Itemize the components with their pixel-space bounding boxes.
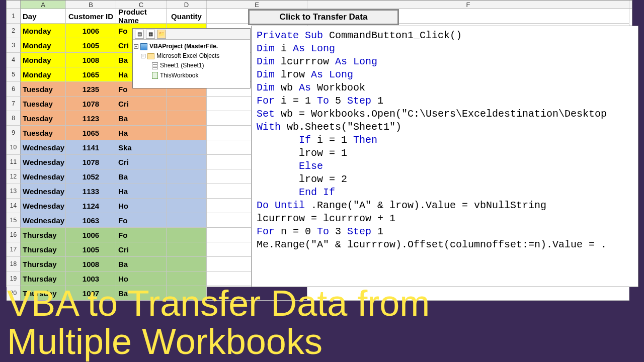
row-number[interactable]: 13 (7, 184, 21, 199)
cell-C8[interactable]: Ba (116, 111, 167, 126)
vba-code-pane[interactable]: Private Sub CommandButton1_Click()Dim i … (251, 26, 638, 287)
cell-B2[interactable]: 1006 (66, 24, 116, 38)
row-number[interactable]: 10 (7, 140, 21, 155)
vbe-project-explorer[interactable]: ▤ ▦ 📁 − VBAProject (MasterFile. − Micros… (132, 28, 251, 88)
view-object-icon[interactable]: ▦ (146, 30, 155, 39)
title-line-2: Multiple Workbooks (7, 321, 323, 361)
cell-A14[interactable]: Wednesday (21, 199, 66, 213)
tree-sheet-node[interactable]: Sheet1 (Sheet1) (134, 61, 249, 70)
cell-A7[interactable]: Tuesday (21, 97, 66, 111)
row-number[interactable]: 8 (7, 111, 21, 126)
cell-D1[interactable]: Quantity (167, 9, 207, 24)
cell-A8[interactable]: Tuesday (21, 111, 66, 126)
cell-A9[interactable]: Tuesday (21, 126, 66, 140)
cell-A10[interactable]: Wednesday (21, 140, 66, 155)
view-code-icon[interactable]: ▤ (135, 30, 144, 39)
vbe-toolbar: ▤ ▦ 📁 (133, 29, 250, 40)
cell-C1[interactable]: Product Name (116, 9, 167, 24)
cell-D15[interactable] (167, 213, 207, 228)
cell-B11[interactable]: 1078 (66, 155, 116, 169)
cell-D8[interactable] (167, 111, 207, 126)
col-header-D[interactable]: D (167, 1, 207, 9)
cell-A15[interactable]: Wednesday (21, 213, 66, 228)
cell-A16[interactable]: Thursday (21, 228, 66, 242)
cell-A18[interactable]: Thursday (21, 257, 66, 272)
cell-B1[interactable]: Customer ID (66, 9, 116, 24)
row-number[interactable]: 2 (7, 24, 21, 38)
cell-C10[interactable]: Ska (116, 140, 167, 155)
row-number[interactable]: 7 (7, 97, 21, 111)
cell-B6[interactable]: 1235 (66, 82, 116, 97)
cell-D14[interactable] (167, 199, 207, 213)
cell-D9[interactable] (167, 126, 207, 140)
cell-C11[interactable]: Cri (116, 155, 167, 169)
cell-B18[interactable]: 1008 (66, 257, 116, 272)
cell-C9[interactable]: Ha (116, 126, 167, 140)
col-header-B[interactable]: B (66, 1, 116, 9)
cell-B9[interactable]: 1065 (66, 126, 116, 140)
cell-C13[interactable]: Ha (116, 184, 167, 199)
cell-B12[interactable]: 1052 (66, 169, 116, 184)
cell-C14[interactable]: Ho (116, 199, 167, 213)
row-number[interactable]: 17 (7, 242, 21, 257)
row-number[interactable]: 12 (7, 169, 21, 184)
cell-C12[interactable]: Ba (116, 169, 167, 184)
row-number[interactable]: 1 (7, 9, 21, 24)
cell-A17[interactable]: Thursday (21, 242, 66, 257)
cell-A13[interactable]: Wednesday (21, 184, 66, 199)
cell-C18[interactable]: Ba (116, 257, 167, 272)
col-header-E[interactable]: E (207, 1, 307, 9)
cell-B8[interactable]: 1123 (66, 111, 116, 126)
tree-workbook-node[interactable]: ThisWorkbook (134, 71, 249, 80)
cell-B17[interactable]: 1005 (66, 242, 116, 257)
cell-B4[interactable]: 1008 (66, 53, 116, 67)
cell-B14[interactable]: 1124 (66, 199, 116, 213)
toggle-folders-icon[interactable]: 📁 (157, 30, 166, 39)
cell-D11[interactable] (167, 155, 207, 169)
col-header-A[interactable]: A (21, 1, 66, 9)
cell-D16[interactable] (167, 228, 207, 242)
cell-A2[interactable]: Monday (21, 24, 66, 38)
tree-folder-node[interactable]: − Microsoft Excel Objects (134, 51, 249, 61)
row-number[interactable]: 16 (7, 228, 21, 242)
cell-D18[interactable] (167, 257, 207, 272)
cell-B3[interactable]: 1005 (66, 38, 116, 53)
cell-A11[interactable]: Wednesday (21, 155, 66, 169)
transfer-data-button[interactable]: Click to Transfer Data (248, 9, 399, 25)
cell-C7[interactable]: Cri (116, 97, 167, 111)
cell-C16[interactable]: Fo (116, 228, 167, 242)
row-number[interactable]: 11 (7, 155, 21, 169)
collapse-icon[interactable]: − (134, 44, 138, 49)
cell-A3[interactable]: Monday (21, 38, 66, 53)
row-number[interactable]: 4 (7, 53, 21, 67)
row-number[interactable]: 6 (7, 82, 21, 97)
cell-D13[interactable] (167, 184, 207, 199)
cell-D10[interactable] (167, 140, 207, 155)
cell-B7[interactable]: 1078 (66, 97, 116, 111)
tree-project-node[interactable]: − VBAProject (MasterFile. (134, 42, 249, 51)
row-number[interactable]: 3 (7, 38, 21, 53)
cell-D7[interactable] (167, 97, 207, 111)
row-number[interactable]: 14 (7, 199, 21, 213)
cell-A4[interactable]: Monday (21, 53, 66, 67)
cell-B10[interactable]: 1141 (66, 140, 116, 155)
row-number[interactable]: 15 (7, 213, 21, 228)
select-all-corner[interactable] (7, 1, 21, 9)
cell-D17[interactable] (167, 242, 207, 257)
cell-A6[interactable]: Tuesday (21, 82, 66, 97)
row-number[interactable]: 18 (7, 257, 21, 272)
cell-D12[interactable] (167, 169, 207, 184)
col-header-F[interactable]: F (307, 1, 629, 9)
cell-B15[interactable]: 1063 (66, 213, 116, 228)
row-number[interactable]: 9 (7, 126, 21, 140)
cell-A5[interactable]: Monday (21, 67, 66, 82)
cell-A1[interactable]: Day (21, 9, 66, 24)
cell-C17[interactable]: Cri (116, 242, 167, 257)
collapse-icon[interactable]: − (141, 54, 145, 58)
row-number[interactable]: 5 (7, 67, 21, 82)
cell-B13[interactable]: 1133 (66, 184, 116, 199)
cell-B5[interactable]: 1065 (66, 67, 116, 82)
cell-B16[interactable]: 1006 (66, 228, 116, 242)
cell-C15[interactable]: Fo (116, 213, 167, 228)
cell-A12[interactable]: Wednesday (21, 169, 66, 184)
